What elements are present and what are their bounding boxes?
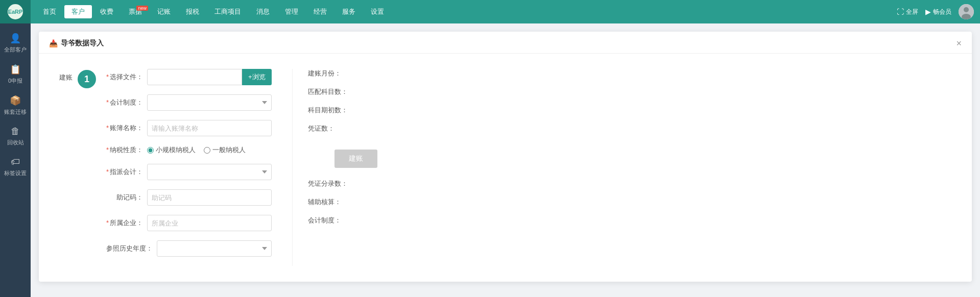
nav-home[interactable]: 首页	[36, 5, 63, 18]
dialog-body: 建账 1 选择文件： +浏览	[39, 54, 972, 281]
file-text-input[interactable]	[147, 69, 242, 85]
nav-fee[interactable]: 收费	[93, 5, 121, 18]
tag-settings-icon: 🏷	[11, 157, 20, 167]
history-year-select[interactable]	[157, 240, 272, 257]
nav-tax[interactable]: 报税	[179, 5, 206, 18]
voucher-entries-row: 凭证分录数：	[308, 179, 404, 188]
build-month-label: 建账月份：	[308, 69, 354, 78]
step-label: 建账	[59, 73, 73, 82]
nav-business[interactable]: 工商项目	[207, 5, 248, 18]
voucher-entries-label: 凭证分录数：	[308, 179, 354, 188]
step-section: 建账 1 选择文件： +浏览	[59, 69, 272, 266]
company-input[interactable]	[147, 215, 272, 231]
avatar[interactable]	[959, 4, 974, 19]
file-row: 选择文件： +浏览	[106, 69, 272, 85]
nav-manage[interactable]: 管理	[278, 5, 305, 18]
info-accounting-system-row: 会计制度：	[308, 216, 404, 225]
nav-settings[interactable]: 设置	[364, 5, 391, 18]
match-subjects-label: 匹配科目数：	[308, 87, 354, 96]
general-taxpayer-radio[interactable]	[204, 147, 210, 154]
nav-customer[interactable]: 客户	[64, 5, 92, 18]
all-customers-icon: 👤	[10, 33, 21, 44]
account-migration-icon: 📦	[10, 95, 21, 106]
voucher-count-row: 凭证数：	[308, 124, 404, 133]
ledger-name-row: 账簿名称：	[106, 120, 272, 136]
match-subjects-row: 匹配科目数：	[308, 87, 404, 96]
tax-type-radio-group: 小规模纳税人 一般纳税人	[147, 145, 246, 155]
accounting-system-select[interactable]	[147, 94, 272, 111]
nav-message[interactable]: 消息	[249, 5, 277, 18]
play-icon: ▶	[925, 8, 931, 16]
company-label: 所属企业：	[106, 218, 143, 228]
ledger-name-label: 账簿名称：	[106, 123, 143, 133]
zero-report-icon: 📋	[10, 64, 21, 75]
history-year-row: 参照历史年度：	[106, 240, 272, 257]
main-content: 📥 导爷数据导入 × 建账 1 选择文件：	[31, 23, 980, 297]
info-accounting-system-label: 会计制度：	[308, 216, 354, 225]
svg-point-1	[964, 7, 969, 12]
new-badge: new	[136, 6, 148, 11]
small-scale-radio[interactable]	[147, 147, 154, 154]
build-account-button[interactable]: 建账	[334, 150, 377, 168]
mnemonic-label: 助记码：	[106, 193, 143, 202]
nav-bookkeeping[interactable]: 记账	[150, 5, 178, 18]
form-section: 选择文件： +浏览 会计制度：	[106, 69, 272, 266]
tax-type-label: 纳税性质：	[106, 145, 143, 155]
auxiliary-row: 辅助核算：	[308, 197, 404, 207]
assign-accountant-row: 指派会计：	[106, 164, 272, 180]
fullscreen-icon: ⛶	[897, 8, 904, 16]
accounting-system-label: 会计制度：	[106, 98, 143, 107]
dialog-title: 📥 导爷数据导入	[49, 39, 104, 48]
nav-items: 首页 客户 收费 票据 new 记账 报税 工商项目 消息 管理 经营 服务 设…	[31, 5, 891, 18]
general-taxpayer-option[interactable]: 一般纳税人	[204, 145, 246, 155]
sidebar-item-zero-report[interactable]: 📋 0申报	[0, 59, 31, 90]
dialog-header: 📥 导爷数据导入 ×	[39, 32, 972, 54]
top-nav: EaRP 首页 客户 收费 票据 new 记账 报税 工商项目 消息 管理 经营…	[0, 0, 980, 23]
user-avatar-icon	[959, 4, 974, 19]
auxiliary-label: 辅助核算：	[308, 197, 354, 207]
import-icon: 📥	[49, 39, 58, 47]
assign-accountant-label: 指派会计：	[106, 167, 143, 177]
layout: 👤 全部客户 📋 0申报 📦 账套迁移 🗑 回收站 🏷 标签设置 📥 导爷	[0, 23, 980, 297]
sidebar-item-account-migration[interactable]: 📦 账套迁移	[0, 90, 31, 121]
dialog: 📥 导爷数据导入 × 建账 1 选择文件：	[39, 32, 972, 282]
sidebar-item-all-customers[interactable]: 👤 全部客户	[0, 28, 31, 59]
company-row: 所属企业：	[106, 215, 272, 231]
tax-type-row: 纳税性质： 小规模纳税人 一般纳税人	[106, 145, 272, 155]
small-scale-option[interactable]: 小规模纳税人	[147, 145, 196, 155]
info-section: 建账月份： 匹配科目数： 科目期初数： 凭证数：	[292, 69, 404, 266]
sidebar-item-recycle-bin[interactable]: 🗑 回收站	[0, 121, 31, 152]
subject-initial-label: 科目期初数：	[308, 106, 354, 115]
close-button[interactable]: ×	[956, 39, 962, 48]
member-btn[interactable]: ▶ 畅会员	[925, 8, 951, 16]
file-label: 选择文件：	[106, 72, 143, 82]
nav-right: ⛶ 全屏 ▶ 畅会员	[891, 4, 980, 19]
nav-invoice[interactable]: 票据 new	[122, 5, 149, 18]
logo-icon: EaRP	[8, 4, 23, 19]
mnemonic-row: 助记码：	[106, 189, 272, 206]
nav-operation[interactable]: 经营	[306, 5, 334, 18]
voucher-count-label: 凭证数：	[308, 124, 354, 133]
fullscreen-btn[interactable]: ⛶ 全屏	[897, 8, 918, 16]
ledger-name-input[interactable]	[147, 120, 272, 136]
recycle-bin-icon: 🗑	[11, 126, 20, 137]
nav-service[interactable]: 服务	[335, 5, 363, 18]
build-month-row: 建账月份：	[308, 69, 404, 78]
assign-accountant-select[interactable]	[147, 164, 272, 180]
history-year-label: 参照历史年度：	[106, 244, 153, 253]
browse-button[interactable]: +浏览	[242, 69, 272, 85]
sidebar-item-tag-settings[interactable]: 🏷 标签设置	[0, 152, 31, 182]
file-input-group: +浏览	[147, 69, 272, 85]
sidebar: 👤 全部客户 📋 0申报 📦 账套迁移 🗑 回收站 🏷 标签设置	[0, 23, 31, 297]
subject-initial-row: 科目期初数：	[308, 106, 404, 115]
step-circle: 1	[78, 70, 96, 88]
accounting-system-row: 会计制度：	[106, 94, 272, 111]
logo[interactable]: EaRP	[0, 0, 31, 23]
mnemonic-input[interactable]	[147, 189, 272, 206]
